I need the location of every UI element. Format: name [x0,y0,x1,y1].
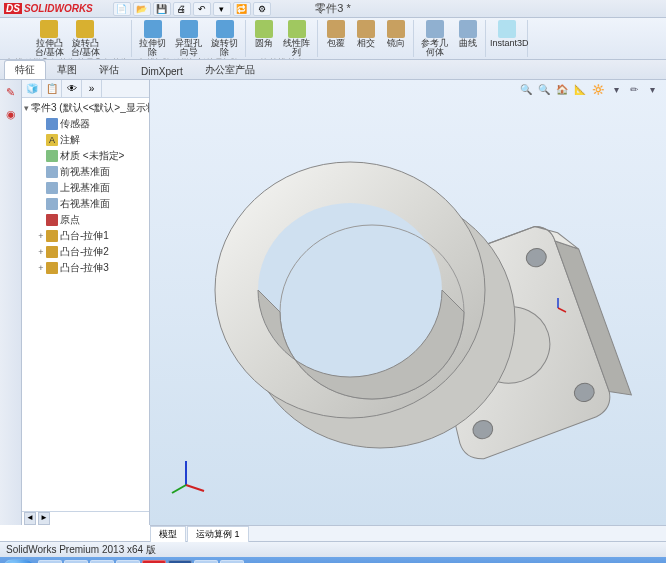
part-render [170,130,640,510]
tree-item[interactable]: 传感器 [36,116,147,132]
ribbon-button-label: 拉伸切除 [136,39,170,57]
collapse-icon[interactable]: ▾ [24,103,29,113]
ribbon-button[interactable]: 圆角 [250,20,278,57]
ribbon-button-label: 线性阵列 [280,39,314,57]
ribbon-button[interactable]: 线性阵列 [280,20,314,57]
orientation-triad [166,455,206,495]
scroll-right-icon[interactable]: ► [38,512,50,525]
ribbon-button-icon [255,20,273,38]
ribbon-button-label: 镜向 [387,39,405,48]
view-tool-icon[interactable]: ▾ [608,82,624,98]
ribbon-button[interactable]: 相交 [352,20,380,48]
view-tool-icon[interactable]: 🏠 [554,82,570,98]
ribbon-button-label: 曲线 [459,39,477,48]
ribbon-button-label: 旋转凸台/基体 [68,39,102,57]
ribbon-tab[interactable]: 评估 [88,60,130,79]
ribbon-button-icon [327,20,345,38]
ribbon-button-icon [387,20,405,38]
qat-new-icon[interactable]: 📄 [113,2,131,16]
view-tool-icon[interactable]: ✏ [626,82,642,98]
ribbon-button-icon [180,20,198,38]
tree-item-label: 凸台-拉伸2 [60,245,109,259]
tree-tab-config-icon[interactable]: 📋 [42,80,62,97]
view-tool-icon[interactable]: ▾ [644,82,660,98]
tree-item[interactable]: A注解 [36,132,147,148]
ribbon-button-icon [498,20,516,38]
tree-item-label: 凸台-拉伸3 [60,261,109,275]
expand-icon[interactable]: + [36,263,46,273]
expand-icon[interactable]: + [36,247,46,257]
sidebar-appearance-icon[interactable]: ◉ [3,106,19,122]
tree-item[interactable]: 右视基准面 [36,196,147,212]
view-tool-icon[interactable]: 📐 [572,82,588,98]
qat-save-icon[interactable]: 💾 [153,2,171,16]
tree-item[interactable]: 材质 <未指定> [36,148,147,164]
tree-root[interactable]: ▾ 零件3 (默认<<默认>_显示状态 [24,100,147,116]
view-toolbar: 🔍🔍🏠📐🔆▾✏▾ [518,82,660,98]
3d-viewport[interactable]: 🔍🔍🏠📐🔆▾✏▾ [150,80,666,525]
qat-options-icon[interactable]: ⚙ [253,2,271,16]
tree-tab-feature-icon[interactable]: 🧊 [22,80,42,97]
scroll-left-icon[interactable]: ◄ [24,512,36,525]
qat-rebuild-icon[interactable]: 🔁 [233,2,251,16]
ribbon-button[interactable]: 镜向 [382,20,410,48]
tree-tab-display-icon[interactable]: 👁 [62,80,82,97]
ribbon-button[interactable]: 旋转凸台/基体 [68,20,102,57]
ribbon-button-icon [76,20,94,38]
title-bar: DSSOLIDWORKS 📄 📂 💾 🖨 ↶ ▾ 🔁 ⚙ 零件3 * [0,0,666,18]
tree-item[interactable]: +凸台-拉伸3 [36,260,147,276]
ribbon-tab[interactable]: DimXpert [130,63,194,79]
ribbon-group: 圆角线性阵列筋 拔模 抽壳 [247,20,318,57]
tree-item[interactable]: 前视基准面 [36,164,147,180]
tree-item-label: 上视基准面 [60,181,110,195]
tree-item-icon [46,198,58,210]
windows-taskbar: 📁 🌐 ○ ⓔ SW W 📊 📁 [0,557,666,563]
ribbon-button[interactable]: 旋转切除 [208,20,242,57]
tree-item-icon [46,246,58,258]
ribbon-group: Instant3D [487,20,528,57]
tree-item[interactable]: 上视基准面 [36,180,147,196]
tree-item-icon [46,150,58,162]
ribbon-button-icon [144,20,162,38]
ribbon-button-label: 参考几何体 [418,39,452,57]
tree-item[interactable]: +凸台-拉伸2 [36,244,147,260]
ribbon-button[interactable]: 拉伸凸台/基体 [32,20,66,57]
tree-item-label: 传感器 [60,117,90,131]
qat-undo-icon[interactable]: ↶ [193,2,211,16]
document-title: 零件3 * [315,1,350,16]
feature-tree-panel: 🧊 📋 👁 » ▾ 零件3 (默认<<默认>_显示状态 传感器A注解材质 <未指… [22,80,150,525]
start-button[interactable] [2,559,36,563]
qat-print-icon[interactable]: 🖨 [173,2,191,16]
ribbon-button[interactable]: 曲线 [454,20,482,57]
sidebar-sketch-icon[interactable]: ✎ [3,84,19,100]
qat-open-icon[interactable]: 📂 [133,2,151,16]
ribbon-tab[interactable]: 草图 [46,60,88,79]
qat-select-icon[interactable]: ▾ [213,2,231,16]
status-bar: SolidWorks Premium 2013 x64 版 [0,541,666,557]
view-tool-icon[interactable]: 🔍 [536,82,552,98]
bottom-tab[interactable]: 模型 [150,526,186,542]
tree-item[interactable]: +凸台-拉伸1 [36,228,147,244]
svg-line-11 [172,485,186,493]
view-tool-icon[interactable]: 🔍 [518,82,534,98]
expand-icon[interactable]: + [36,231,46,241]
ribbon-button[interactable]: 参考几何体 [418,20,452,57]
ribbon-group: 拉伸切除异型孔向导旋转切除扫描切除 放样切割 边界切除 [133,20,246,57]
tree-item-icon [46,118,58,130]
ribbon-group: 拉伸凸台/基体旋转凸台/基体扫描 放样凸台/基体 边界凸台/基体 [4,20,132,57]
ribbon-button[interactable]: 异型孔向导 [172,20,206,57]
ribbon-tab[interactable]: 特征 [4,60,46,79]
ribbon-tabs: 特征草图评估DimXpert办公室产品 [0,60,666,80]
tree-item[interactable]: 原点 [36,212,147,228]
ribbon-button[interactable]: 拉伸切除 [136,20,170,57]
view-tool-icon[interactable]: 🔆 [590,82,606,98]
ribbon-button-label: 异型孔向导 [172,39,206,57]
tree-tab-more-icon[interactable]: » [82,80,102,97]
ribbon-button-label: 拉伸凸台/基体 [32,39,66,57]
ribbon-button-label: Instant3D [490,39,524,48]
ribbon-tab[interactable]: 办公室产品 [194,60,266,79]
ribbon-button[interactable]: Instant3D [490,20,524,48]
svg-line-13 [558,308,566,312]
ribbon-button[interactable]: 包覆 [322,20,350,48]
bottom-tab[interactable]: 运动算例 1 [187,526,249,542]
